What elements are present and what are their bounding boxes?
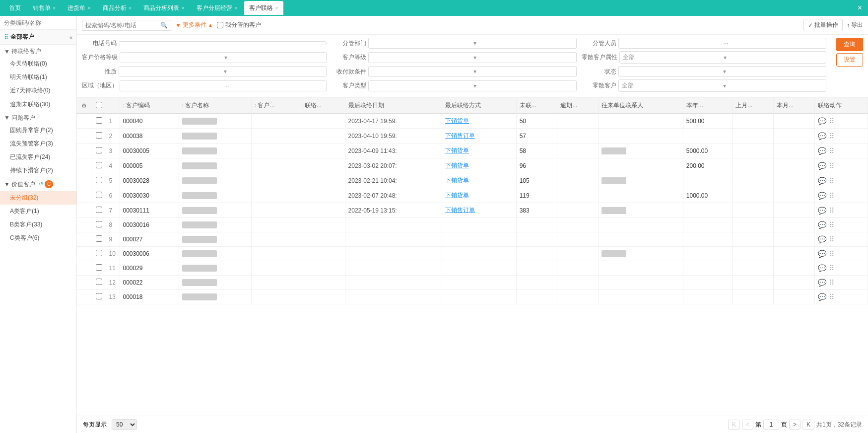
search-icon[interactable]: 🔍 <box>160 22 168 29</box>
next-page-button[interactable]: > <box>789 420 801 430</box>
row-checkbox-6[interactable] <box>96 207 102 213</box>
tab-product-analysis[interactable]: 商品分析 × <box>98 1 136 15</box>
col-type[interactable]: : 客户... <box>251 98 298 114</box>
tab-product-analysis-close[interactable]: × <box>129 5 132 11</box>
filter-status-select[interactable]: ▾ <box>618 66 826 77</box>
message-icon-12[interactable]: 💬 <box>818 293 826 301</box>
more-icon-3[interactable]: ⠿ <box>829 162 834 170</box>
contact-method-link-6[interactable]: 下销售订单 <box>445 207 475 214</box>
row-checkbox-10[interactable] <box>96 264 102 271</box>
tab-purchase[interactable]: 进货单 × <box>63 1 95 15</box>
tab-customer-contact-close[interactable]: × <box>275 5 278 11</box>
first-page-button[interactable]: K <box>728 420 740 430</box>
filter-dept-select[interactable]: ▾ <box>368 38 576 49</box>
select-all-checkbox[interactable] <box>96 102 102 108</box>
col-last-contact-method[interactable]: 最后联络方式 <box>442 98 517 114</box>
more-icon-2[interactable]: ⠿ <box>829 147 834 155</box>
filter-customer-type-select[interactable]: ▾ <box>368 80 576 91</box>
contact-method-link-2[interactable]: 下销货单 <box>445 147 469 154</box>
more-icon-5[interactable]: ⠿ <box>829 192 834 200</box>
row-checkbox-4[interactable] <box>96 177 102 183</box>
search-input[interactable] <box>85 22 158 29</box>
more-conditions-button[interactable]: ▼ 更多条件 ▲ <box>175 21 213 29</box>
col-this-year[interactable]: 本年... <box>683 98 732 114</box>
export-button[interactable]: ↑ 导出 <box>847 21 863 29</box>
contact-method-link-1[interactable]: 下销售订单 <box>445 132 475 139</box>
batch-ops-button[interactable]: ✓ 批量操作 <box>803 19 843 31</box>
tab-home[interactable]: 首页 <box>4 1 26 15</box>
page-size-select[interactable]: 50 100 200 <box>112 419 137 430</box>
problem-customers-group[interactable]: ▼ 问题客户 <box>0 111 76 124</box>
message-icon-6[interactable]: 💬 <box>818 207 826 215</box>
more-icon-1[interactable]: ⠿ <box>829 132 834 140</box>
sidebar-item-class-a[interactable]: A类客户(1) <box>0 205 76 218</box>
sidebar-item-overdue-pending[interactable]: 逾期未联络(30) <box>0 98 76 111</box>
sidebar-item-class-b[interactable]: B类客户(33) <box>0 218 76 231</box>
sidebar-item-class-c[interactable]: C类客户(6) <box>0 231 76 245</box>
more-icon-9[interactable]: ⠿ <box>829 250 834 258</box>
message-icon-0[interactable]: 💬 <box>818 117 826 125</box>
row-checkbox-9[interactable] <box>96 250 102 256</box>
more-icon-10[interactable]: ⠿ <box>829 264 834 272</box>
my-customers-checkbox[interactable] <box>217 22 223 28</box>
col-unit-contact[interactable]: 往来单位联系人 <box>599 98 683 114</box>
contact-method-link-3[interactable]: 下销货单 <box>445 162 469 169</box>
sidebar-item-lost[interactable]: 已流失客户(24) <box>0 150 76 164</box>
filter-phone-input[interactable] <box>119 41 327 45</box>
tab-product-analysis-list[interactable]: 商品分析列表 × <box>138 1 189 15</box>
filter-retail-attr-select[interactable]: 全部 ▾ <box>619 51 826 64</box>
sidebar-item-unassigned[interactable]: 未分组(32) <box>0 191 76 205</box>
more-icon-11[interactable]: ⠿ <box>829 279 834 287</box>
my-customers-toggle[interactable]: 我分管的客户 <box>217 21 261 29</box>
page-number-input[interactable] <box>763 420 779 430</box>
more-icon-8[interactable]: ⠿ <box>829 235 834 243</box>
message-icon-8[interactable]: 💬 <box>818 235 826 243</box>
prev-page-button[interactable]: < <box>742 420 753 430</box>
row-checkbox-0[interactable] <box>96 117 102 124</box>
col-contact[interactable]: : 联络... <box>298 98 345 114</box>
message-icon-1[interactable]: 💬 <box>818 132 826 140</box>
row-checkbox-1[interactable] <box>96 132 102 139</box>
sidebar-item-churn-warning[interactable]: 流失预警客户(3) <box>0 137 76 150</box>
filter-region-input[interactable]: ··· <box>120 80 327 91</box>
filter-nature-select[interactable]: ▾ <box>119 66 327 77</box>
sidebar-collapse-icon[interactable]: « <box>69 34 72 40</box>
message-icon-5[interactable]: 💬 <box>818 192 826 200</box>
tab-sales-close[interactable]: × <box>53 5 56 11</box>
sidebar-item-7days-pending[interactable]: 近7天待联络(0) <box>0 84 76 97</box>
message-icon-3[interactable]: 💬 <box>818 162 826 170</box>
col-name[interactable]: : 客户名称 <box>179 98 251 114</box>
col-overdue[interactable]: 逾期... <box>557 98 599 114</box>
last-page-button[interactable]: K <box>802 420 814 430</box>
filter-payment-select[interactable]: ▾ <box>368 66 576 77</box>
col-last-month[interactable]: 上月... <box>733 98 774 114</box>
more-icon-4[interactable]: ⠿ <box>829 177 834 185</box>
more-icon-12[interactable]: ⠿ <box>829 293 834 301</box>
settings-icon[interactable]: ⚙ <box>81 102 87 109</box>
value-customers-group[interactable]: ▼ 价值客户 ↺ C <box>0 178 76 191</box>
row-checkbox-5[interactable] <box>96 192 102 198</box>
contact-method-link-5[interactable]: 下销货单 <box>445 192 469 199</box>
message-icon-11[interactable]: 💬 <box>818 279 826 287</box>
col-not-contacted[interactable]: 未联... <box>516 98 557 114</box>
region-more-icon[interactable]: ··· <box>224 82 324 89</box>
tab-purchase-close[interactable]: × <box>87 5 90 11</box>
pending-contact-group[interactable]: ▼ 待联络客户 <box>0 45 76 57</box>
message-icon-4[interactable]: 💬 <box>818 177 826 185</box>
col-settings[interactable]: ⚙ <box>77 98 92 114</box>
tab-sales[interactable]: 销售单 × <box>28 1 61 15</box>
row-checkbox-3[interactable] <box>96 162 102 168</box>
filter-person-input[interactable]: ··· <box>618 38 826 49</box>
row-checkbox-7[interactable] <box>96 221 102 227</box>
person-more-icon[interactable]: ··· <box>723 40 823 47</box>
col-code[interactable]: : 客户编码 <box>120 98 179 114</box>
row-checkbox-11[interactable] <box>96 279 102 285</box>
more-icon-0[interactable]: ⠿ <box>829 117 834 125</box>
more-icon-7[interactable]: ⠿ <box>829 221 834 229</box>
value-refresh-icon[interactable]: ↺ <box>39 180 43 189</box>
contact-method-link-4[interactable]: 下销货单 <box>445 177 469 184</box>
contact-method-link-0[interactable]: 下销货单 <box>445 117 469 124</box>
col-this-month[interactable]: 本月... <box>773 98 814 114</box>
row-checkbox-8[interactable] <box>96 235 102 242</box>
message-icon-10[interactable]: 💬 <box>818 264 826 272</box>
